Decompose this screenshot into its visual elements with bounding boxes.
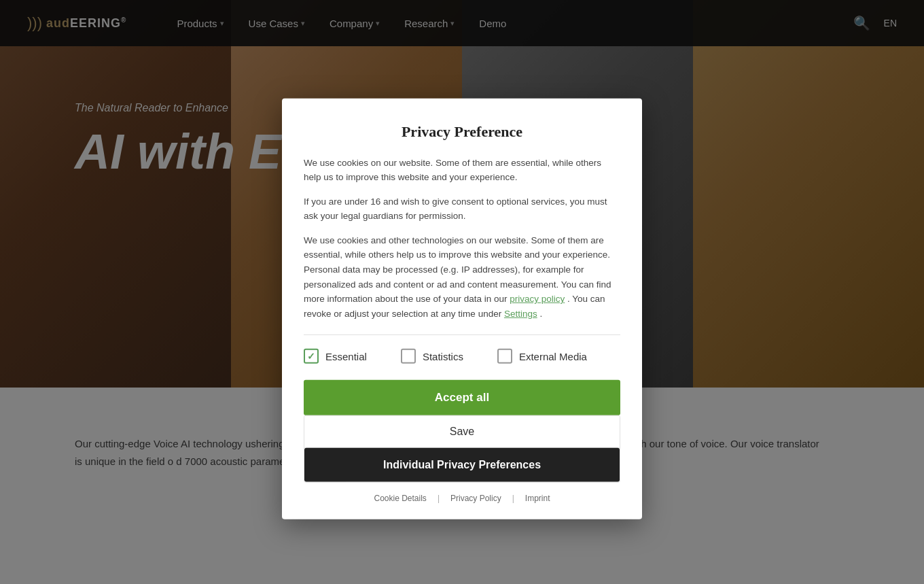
secondary-buttons: Save Individual Privacy Preferences — [304, 415, 620, 483]
cookie-details-link[interactable]: Cookie Details — [374, 494, 427, 503]
privacy-policy-link[interactable]: privacy policy — [510, 294, 565, 304]
save-button[interactable]: Save — [304, 416, 620, 447]
individual-preferences-button[interactable]: Individual Privacy Preferences — [304, 448, 620, 482]
checkbox-statistics: Statistics — [401, 349, 463, 364]
modal-paragraph-2: If you are under 16 and wish to give con… — [304, 194, 620, 224]
accept-all-button[interactable]: Accept all — [304, 380, 620, 415]
modal-title: Privacy Preference — [304, 122, 620, 140]
essential-checkbox[interactable] — [304, 349, 319, 364]
checkbox-row: Essential Statistics External Media — [304, 349, 620, 364]
settings-link[interactable]: Settings — [504, 309, 537, 319]
essential-label: Essential — [325, 351, 367, 362]
modal-footer: Cookie Details | Privacy Policy | Imprin… — [304, 494, 620, 503]
checkbox-essential: Essential — [304, 349, 367, 364]
external-media-label: External Media — [519, 351, 587, 362]
modal-paragraph-1: We use cookies on our website. Some of t… — [304, 155, 620, 184]
statistics-label: Statistics — [423, 351, 463, 362]
privacy-policy-footer-link[interactable]: Privacy Policy — [450, 494, 501, 503]
external-media-checkbox[interactable] — [497, 349, 512, 364]
modal-divider-top — [304, 334, 620, 335]
checkbox-external-media: External Media — [497, 349, 587, 364]
modal-paragraph-3: We use cookies and other technologies on… — [304, 233, 620, 322]
privacy-preference-modal: Privacy Preference We use cookies on our… — [282, 98, 642, 519]
statistics-checkbox[interactable] — [401, 349, 416, 364]
modal-body: We use cookies on our website. Some of t… — [304, 155, 620, 321]
imprint-link[interactable]: Imprint — [525, 494, 550, 503]
